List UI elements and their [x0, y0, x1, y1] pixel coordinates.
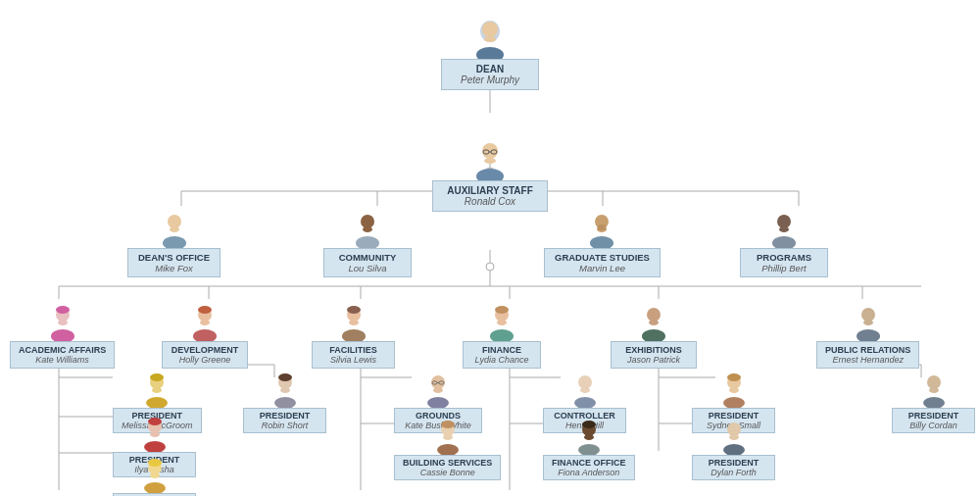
- svg-point-82: [56, 306, 70, 314]
- svg-point-110: [144, 482, 166, 493]
- node-dean: DEAN Peter Murphy: [441, 18, 539, 90]
- node-building-services: BUILDING SERVICES Cassie Bonne: [394, 420, 501, 480]
- svg-point-104: [150, 373, 164, 381]
- node-development: DEVELOPMENT Holly Greene: [162, 304, 248, 369]
- svg-point-78: [779, 226, 789, 232]
- avatar-community: [351, 211, 384, 248]
- programs-title: PROGRAMS: [751, 252, 817, 263]
- avatar-dean: [471, 18, 509, 59]
- avatar-development: [188, 304, 221, 341]
- pr-name: Ernest Hernandez: [825, 355, 910, 365]
- deans-office-name: Mike Fox: [138, 263, 210, 273]
- svg-point-57: [482, 22, 498, 37]
- svg-point-127: [578, 375, 592, 389]
- svg-point-103: [152, 387, 162, 393]
- building-services-title: BUILDING SERVICES: [403, 458, 492, 468]
- svg-point-93: [497, 320, 507, 325]
- facilities-title: FACILITIES: [320, 345, 386, 355]
- deans-office-title: DEAN'S OFFICE: [138, 252, 210, 263]
- svg-point-94: [495, 306, 509, 314]
- svg-point-59: [484, 36, 496, 42]
- avatar-academic: [46, 304, 79, 341]
- node-finance: FINANCE Lydia Chance: [463, 304, 541, 369]
- svg-point-75: [597, 224, 607, 230]
- svg-point-99: [857, 329, 880, 341]
- avatar-melissa: [141, 372, 172, 408]
- dean-name: Peter Murphy: [456, 74, 524, 85]
- svg-point-68: [170, 226, 179, 232]
- pr-title: PUBLIC RELATIONS: [825, 345, 910, 355]
- avatar-kate-bw: [422, 372, 454, 408]
- avatar-deans-office: [158, 211, 191, 248]
- svg-point-140: [729, 434, 739, 440]
- development-title: DEVELOPMENT: [171, 345, 239, 355]
- svg-point-143: [929, 387, 939, 393]
- avatar-robin: [270, 372, 301, 408]
- node-programs: PROGRAMS Phillip Bert: [740, 211, 828, 277]
- svg-point-133: [582, 421, 596, 428]
- svg-point-129: [580, 387, 590, 393]
- academic-title: ACADEMIC AFFAIRS: [19, 345, 106, 355]
- dylan-title: PRESIDENT: [701, 458, 766, 468]
- billy-name: Billy Cordan: [901, 421, 966, 430]
- avatar-pr: [852, 304, 885, 341]
- svg-point-98: [861, 308, 875, 322]
- avatar-ilya: [139, 417, 171, 452]
- svg-point-108: [148, 418, 162, 425]
- svg-point-128: [574, 397, 596, 408]
- svg-point-58: [476, 47, 504, 59]
- svg-point-115: [280, 387, 290, 393]
- avatar-programs: [767, 211, 801, 248]
- svg-point-114: [274, 397, 296, 408]
- svg-point-124: [437, 444, 459, 455]
- svg-point-71: [363, 226, 372, 232]
- svg-point-96: [642, 329, 665, 341]
- svg-point-137: [727, 373, 741, 381]
- exhibitions-name: Jason Patrick: [619, 355, 688, 365]
- svg-point-125: [443, 434, 453, 440]
- node-community: COMMUNITY Lou Silva: [323, 211, 412, 277]
- academic-name: Kate Williams: [19, 355, 106, 365]
- node-pr: PUBLIC RELATIONS Ernest Hernandez: [816, 304, 919, 369]
- node-president-dylan: PRESIDENT Dylan Forth: [692, 420, 775, 480]
- svg-point-102: [146, 397, 168, 408]
- svg-point-67: [163, 236, 186, 248]
- node-deans-office: DEAN'S OFFICE Mike Fox: [127, 211, 220, 277]
- avatar-henry: [569, 372, 601, 408]
- svg-point-81: [58, 320, 68, 325]
- svg-point-107: [150, 431, 160, 437]
- svg-point-135: [723, 397, 745, 408]
- svg-point-116: [278, 373, 292, 381]
- svg-point-95: [647, 308, 661, 322]
- node-graduate: GRADUATE STUDIES Marvin Lee: [544, 211, 661, 277]
- billy-title: PRESIDENT: [901, 411, 966, 421]
- svg-point-117: [431, 375, 445, 389]
- svg-point-61: [476, 169, 504, 180]
- svg-point-118: [427, 397, 449, 408]
- exhibitions-title: EXHIBITIONS: [619, 345, 688, 355]
- svg-point-97: [649, 320, 659, 325]
- robin-title: PRESIDENT: [252, 411, 318, 421]
- svg-point-80: [51, 329, 74, 341]
- svg-point-76: [777, 215, 791, 228]
- svg-point-85: [200, 320, 210, 325]
- dean-title: DEAN: [456, 64, 524, 74]
- svg-point-73: [590, 236, 613, 248]
- avatar-facilities: [337, 304, 370, 341]
- svg-point-100: [863, 320, 873, 325]
- node-president-billy: PRESIDENT Billy Cordan: [892, 372, 975, 433]
- facilities-name: Silvia Lewis: [320, 355, 386, 365]
- svg-point-111: [150, 472, 160, 478]
- svg-point-92: [490, 329, 514, 341]
- community-title: COMMUNITY: [334, 252, 401, 263]
- node-academic-affairs: ACADEMIC AFFAIRS Kate Williams: [10, 304, 115, 369]
- svg-point-141: [927, 375, 941, 389]
- auxiliary-name: Ronald Cox: [447, 196, 533, 207]
- svg-point-70: [356, 236, 379, 248]
- svg-point-60: [482, 143, 498, 159]
- svg-point-84: [193, 329, 217, 341]
- svg-point-88: [342, 329, 366, 341]
- svg-point-112: [148, 459, 162, 467]
- svg-point-77: [772, 236, 796, 248]
- svg-point-131: [578, 444, 600, 455]
